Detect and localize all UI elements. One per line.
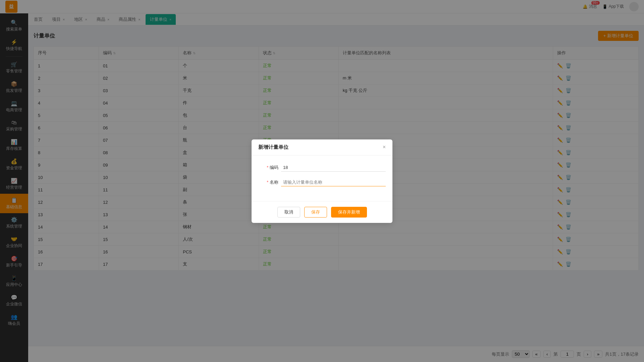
- modal-title: 新增计量单位: [258, 144, 288, 150]
- name-label: * 名称: [258, 179, 278, 185]
- cancel-button[interactable]: 取消: [277, 207, 300, 218]
- code-label: * 编码: [258, 165, 278, 171]
- save-and-new-button[interactable]: 保存并新增: [331, 207, 367, 218]
- add-unit-modal: 新增计量单位 × * 编码 * 名称 取消 保存 保存并新增: [252, 139, 392, 223]
- form-row-code: * 编码: [258, 164, 386, 172]
- modal-close-button[interactable]: ×: [383, 144, 386, 150]
- code-required-mark: *: [267, 165, 268, 170]
- modal-footer: 取消 保存 保存并新增: [252, 201, 392, 223]
- name-required-mark: *: [267, 180, 268, 185]
- modal-overlay[interactable]: 新增计量单位 × * 编码 * 名称 取消 保存 保存并新增: [0, 0, 644, 362]
- name-input[interactable]: [281, 178, 386, 186]
- form-row-name: * 名称: [258, 178, 386, 186]
- modal-header: 新增计量单位 ×: [252, 139, 392, 156]
- modal-body: * 编码 * 名称: [252, 156, 392, 201]
- code-input[interactable]: [281, 164, 386, 172]
- save-button[interactable]: 保存: [304, 207, 327, 218]
